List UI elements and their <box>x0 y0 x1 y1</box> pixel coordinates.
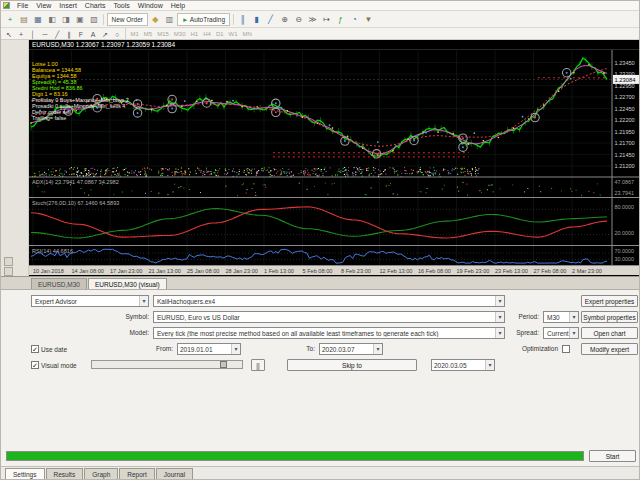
toolbar-profiles-icon[interactable]: ▤ <box>18 13 31 26</box>
chart-tab[interactable]: EURUSD,M30 (visual) <box>88 278 167 289</box>
toolbar-line-chart-icon[interactable]: ╱ <box>264 13 277 26</box>
timeframe-button-w1[interactable]: W1 <box>226 29 240 39</box>
model-value: Every tick (the most precise method base… <box>154 330 495 337</box>
toolbar-zoom-out-icon[interactable]: ⊖ <box>292 13 305 26</box>
expert-advisor-select[interactable]: KaliHachoguers.ex4▾ <box>153 295 505 307</box>
timeframe-button-h1[interactable]: H1 <box>188 29 201 39</box>
toolbar-separator <box>103 14 104 25</box>
toolbar-text-label-icon[interactable]: A <box>88 29 99 39</box>
open-chart-button[interactable]: Open chart <box>581 327 638 339</box>
chart-title: EURUSD,M30 1.23067 1.23097 1.23059 1.230… <box>29 40 640 50</box>
menu-item-file[interactable]: File <box>13 2 32 9</box>
menu-item-view[interactable]: View <box>32 2 55 9</box>
spread-select[interactable]: Current▾ <box>543 327 579 339</box>
strategy-tester-panel: Expert Advisor▾ KaliHachoguers.ex4▾ Expe… <box>1 289 640 480</box>
chevron-down-icon: ▾ <box>139 296 148 306</box>
gutter-button-1[interactable] <box>4 267 13 276</box>
tester-tab-results[interactable]: Results <box>46 468 84 479</box>
visual-speed-slider[interactable] <box>91 360 243 369</box>
toolbar-data-window-icon[interactable]: ◧ <box>46 13 59 26</box>
time-axis-label: 23 Feb 13:00 <box>495 268 528 274</box>
to-date-field[interactable]: 2020.03.07▾ <box>319 343 383 355</box>
skip-to-date-field[interactable]: 2020.03.05▾ <box>431 359 495 371</box>
visual-mode-checkbox[interactable]: ✓ Visual mode <box>31 359 77 371</box>
autotrading-button[interactable]: ► AutoTrading <box>177 13 230 26</box>
toolbar-fibonacci-icon[interactable]: F <box>76 29 87 39</box>
toolbar-chart-profile-icon[interactable]: ▥ <box>163 13 176 26</box>
toolbar-market-watch-icon[interactable]: ▦ <box>32 13 45 26</box>
time-axis-label: 16 Feb 08:00 <box>418 268 451 274</box>
menu-bar: FileViewInsertChartsToolsWindowHelp <box>1 1 640 11</box>
toolbar-bars-chart-icon[interactable]: ║ <box>236 13 249 26</box>
app-icon <box>3 2 10 9</box>
tester-tab-graph[interactable]: Graph <box>84 468 118 479</box>
menu-item-charts[interactable]: Charts <box>81 2 110 9</box>
optimization-checkbox[interactable] <box>562 343 572 355</box>
skip-to-button[interactable]: Skip to <box>287 359 417 371</box>
trade-marker-arrow <box>171 108 173 110</box>
toolbar-metaeditor-icon[interactable]: ◆ <box>149 13 162 26</box>
toolbar-separator <box>233 14 234 25</box>
toolbar-auto-scroll-icon[interactable]: ≫ <box>306 13 319 26</box>
toolbar-templates-icon[interactable]: ▼ <box>362 13 375 26</box>
trade-marker-arrow <box>534 117 536 119</box>
menu-item-tools[interactable]: Tools <box>109 2 133 9</box>
start-button[interactable]: Start <box>589 450 636 462</box>
tester-tab-settings[interactable]: Settings <box>5 468 45 479</box>
trade-marker-arrow <box>462 137 464 139</box>
toolbar-crosshair-icon[interactable]: + <box>16 29 27 39</box>
timeframe-button-m1[interactable]: M1 <box>128 29 141 39</box>
menu-item-window[interactable]: Window <box>134 2 167 9</box>
toolbar-trendline-icon[interactable]: ╱ <box>52 29 63 39</box>
gutter-button-2[interactable] <box>4 257 13 266</box>
toolbar-vertical-line-icon[interactable]: │ <box>28 29 39 39</box>
symbol-select[interactable]: EURUSD, Euro vs US Dollar▾ <box>153 311 505 323</box>
new-order-button[interactable]: New Order <box>107 13 148 26</box>
time-axis-label: 14 Jan 08:00 <box>72 268 104 274</box>
chevron-down-icon: ▾ <box>495 312 504 322</box>
time-axis-label: 5 Feb 08:00 <box>303 268 333 274</box>
timeframe-button-h4[interactable]: H4 <box>201 29 214 39</box>
chart-canvas[interactable]: 10 Jan 201814 Jan 08:0017 Jan 23:0021 Ja… <box>29 50 640 275</box>
timeframe-button-m30[interactable]: M30 <box>171 29 188 39</box>
toolbar-cursor-icon[interactable]: ↖ <box>4 29 15 39</box>
symbol-properties-button[interactable]: Symbol properties <box>581 311 638 323</box>
mt4-window: FileViewInsertChartsToolsWindowHelp +▤▦◧… <box>0 0 640 480</box>
time-axis-label: 1 Feb 13:00 <box>264 268 294 274</box>
timeframe-button-m15[interactable]: M15 <box>155 29 172 39</box>
toolbar-indicators-icon[interactable]: ƒ <box>334 13 347 26</box>
tester-tab-journal[interactable]: Journal <box>156 468 193 479</box>
from-date-field[interactable]: 2019.01.01▾ <box>177 343 241 355</box>
chart-tab[interactable]: EURUSD,M30 <box>31 278 87 289</box>
toolbar-candles-chart-icon[interactable]: ▮ <box>250 13 263 26</box>
toolbar-arrows-icon[interactable]: ↗ <box>100 29 111 39</box>
slider-thumb[interactable] <box>220 361 227 368</box>
toolbar-navigator-icon[interactable]: ◨ <box>60 13 73 26</box>
toolbar-strategy-tester-icon[interactable]: ▧ <box>88 13 101 26</box>
tester-tab-report[interactable]: Report <box>119 468 155 479</box>
modify-expert-button[interactable]: Modify expert <box>581 343 638 355</box>
menu-item-insert[interactable]: Insert <box>55 2 81 9</box>
toolbar-channel-icon[interactable]: ∥ <box>64 29 75 39</box>
toolbar-terminal-icon[interactable]: ▣ <box>74 13 87 26</box>
model-label: Model: <box>101 327 149 339</box>
period-select[interactable]: M30▾ <box>543 311 579 323</box>
timeframe-button-m5[interactable]: M5 <box>141 29 154 39</box>
expert-properties-button[interactable]: Expert properties <box>581 295 638 307</box>
use-date-checkbox[interactable]: ✓ Use date <box>31 343 67 355</box>
menu-item-help[interactable]: Help <box>167 2 189 9</box>
pause-button[interactable]: || <box>251 359 265 371</box>
chart-window: EURUSD,M30 1.23067 1.23097 1.23059 1.230… <box>29 40 640 276</box>
time-axis-label: 19 Feb 23:00 <box>457 268 490 274</box>
tester-mode-select[interactable]: Expert Advisor▾ <box>31 295 149 307</box>
toolbar-horizontal-line-icon[interactable]: ─ <box>40 29 51 39</box>
test-progress-bar <box>6 451 584 461</box>
model-select[interactable]: Every tick (the most precise method base… <box>153 327 505 339</box>
timeframe-button-d1[interactable]: D1 <box>213 29 226 39</box>
toolbar-periods-icon[interactable]: ◔ <box>348 13 361 26</box>
toolbar-new-chart-icon[interactable]: + <box>4 13 17 26</box>
toolbar-chart-shift-icon[interactable]: ↦ <box>320 13 333 26</box>
timeframe-button-mn[interactable]: MN <box>240 29 254 39</box>
toolbar-shapes-icon[interactable]: ○ <box>112 29 123 39</box>
toolbar-zoom-in-icon[interactable]: ⊕ <box>278 13 291 26</box>
